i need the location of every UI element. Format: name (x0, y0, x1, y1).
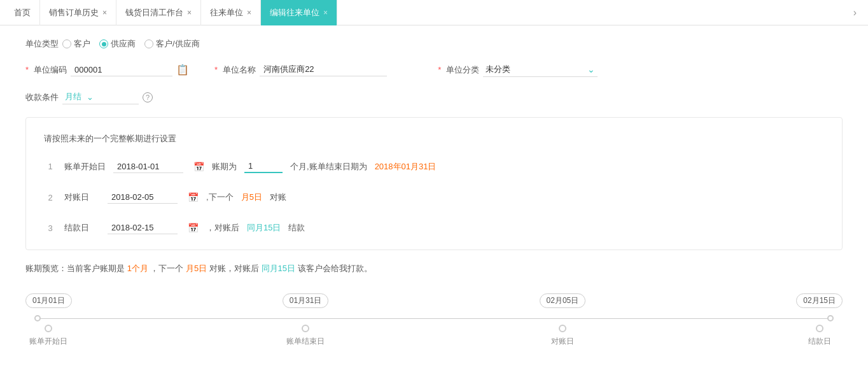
timeline-sublabel-4: 结款日 (808, 336, 831, 347)
timeline-sublabel-3: 对账日 (551, 336, 574, 347)
close-tab-sales-history[interactable]: × (102, 8, 107, 17)
reconcile-day-highlight: 月5日 (241, 192, 262, 203)
period-desc-prefix-1: 账期为 (212, 161, 237, 172)
timeline-label-3: 02月05日 (540, 293, 586, 308)
tab-home[interactable]: 首页 (5, 0, 40, 25)
radio-customer[interactable]: 客户 (62, 38, 90, 50)
unit-type-label: 单位类型 (25, 38, 59, 50)
tab-more-button[interactable]: › (847, 7, 863, 18)
section-title: 请按照未来的一个完整帐期进行设置 (44, 133, 824, 144)
payment-value: 月结 (65, 91, 81, 102)
timeline-label-2: 01月31日 (283, 293, 329, 308)
settle-date-calendar-icon[interactable]: 📅 (188, 223, 199, 233)
tab-cash-work[interactable]: 钱货日清工作台 × (116, 0, 201, 25)
settle-date-input[interactable] (108, 222, 178, 234)
timeline-sublabel-2: 账单结束日 (286, 336, 325, 347)
close-tab-partner[interactable]: × (247, 8, 251, 17)
unit-category-value: 未分类 (486, 64, 587, 75)
period-num-1: 1 (44, 162, 57, 171)
period-num-3: 3 (44, 223, 57, 233)
period-desc-suffix-2: 对账 (270, 192, 286, 203)
unit-type-radio-group: 客户 供应商 客户/供应商 (62, 38, 200, 50)
radio-supplier[interactable]: 供应商 (99, 38, 136, 50)
help-icon[interactable]: ? (143, 92, 153, 102)
unit-type-row: 单位类型 客户 供应商 客户/供应商 (25, 38, 843, 50)
tab-edit-partner[interactable]: 编辑往来单位 × (261, 0, 337, 25)
month-input[interactable] (244, 160, 283, 173)
timeline-dot-4 (816, 325, 823, 332)
start-date-input[interactable] (113, 160, 183, 173)
unit-name-input[interactable] (260, 64, 387, 76)
category-dropdown-icon: ⌄ (587, 64, 595, 74)
timeline-item-1: 01月01日 账单开始日 (25, 293, 72, 347)
unit-code-input[interactable] (71, 64, 172, 76)
unit-code-group: * 单位编码 📋 (25, 64, 189, 76)
timeline-item-3: 02月05日 对账日 (540, 293, 586, 347)
timeline-item-2: 01月31日 账单结束日 (283, 293, 329, 347)
reconcile-date-input[interactable] (108, 191, 178, 204)
tab-sales-history[interactable]: 销售订单历史 × (40, 0, 116, 25)
period-label-reconcile: 对账日 (64, 192, 100, 203)
radio-supplier-circle (99, 39, 108, 48)
payment-dropdown-icon: ⌄ (87, 92, 94, 102)
timeline-sublabel-1: 账单开始日 (29, 336, 67, 347)
preview-day2: 同月15日 (262, 264, 295, 273)
timeline-item-4: 02月15日 结款日 (796, 293, 843, 347)
preview-day1: 月5日 (186, 264, 207, 273)
timeline-label-4: 02月15日 (796, 293, 843, 308)
timeline-items: 01月01日 账单开始日 01月31日 账单结束日 02月05日 对账日 (25, 293, 843, 347)
start-date-calendar-icon[interactable]: 📅 (193, 162, 204, 172)
timeline-dot-1 (45, 325, 52, 332)
unit-category-label: 单位分类 (446, 64, 479, 76)
preview-month: 1个月 (127, 264, 148, 273)
main-content: 单位类型 客户 供应商 客户/供应商 * 单位编码 (0, 25, 868, 387)
end-date-highlight: 2018年01月31日 (375, 161, 437, 172)
payment-group: 收款条件 月结 ⌄ ? (25, 90, 153, 104)
unit-type-group: 单位类型 客户 供应商 客户/供应商 (25, 38, 200, 50)
preview-text: 账期预览：当前客户账期是 1个月 ，下一个 月5日 对账，对账后 同月15日 该… (25, 263, 843, 274)
payment-row: 收款条件 月结 ⌄ ? (25, 90, 843, 104)
payment-select[interactable]: 月结 ⌄ (62, 90, 139, 104)
settle-day-highlight: 同月15日 (247, 222, 281, 234)
period-row-1: 1 账单开始日 📅 账期为 个月,账单结束日期为 2018年01月31日 (44, 160, 824, 173)
period-label-start: 账单开始日 (64, 161, 106, 172)
period-desc-prefix-2: ,下一个 (206, 192, 234, 203)
unit-category-group: * 单位分类 未分类 ⌄ (438, 62, 598, 77)
timeline-dot-3 (559, 325, 566, 332)
tab-partner[interactable]: 往来单位 × (201, 0, 261, 25)
close-tab-cash-work[interactable]: × (187, 8, 192, 17)
unit-code-label: 单位编码 (34, 64, 67, 76)
timeline-dot-2 (302, 325, 309, 332)
period-desc-suffix-1: 个月,账单结束日期为 (290, 161, 367, 172)
timeline: 01月01日 账单开始日 01月31日 账单结束日 02月05日 对账日 (25, 287, 843, 360)
period-row-2: 2 对账日 📅 ,下一个 月5日 对账 (44, 191, 824, 204)
payment-label: 收款条件 (25, 92, 59, 103)
period-num-2: 2 (44, 193, 57, 202)
period-section: 请按照未来的一个完整帐期进行设置 1 账单开始日 📅 账期为 个月,账单结束日期… (25, 117, 843, 250)
close-tab-edit-partner[interactable]: × (323, 8, 328, 17)
timeline-label-1: 01月01日 (25, 293, 72, 308)
reconcile-date-calendar-icon[interactable]: 📅 (188, 192, 199, 202)
radio-customer-supplier-circle (144, 39, 153, 48)
radio-customer-supplier[interactable]: 客户/供应商 (144, 38, 200, 50)
copy-icon[interactable]: 📋 (176, 64, 189, 76)
period-desc-prefix-3: ，对账后 (206, 222, 239, 234)
period-label-settle: 结款日 (64, 222, 100, 234)
radio-customer-circle (62, 39, 71, 48)
period-desc-suffix-3: 结款 (288, 222, 305, 234)
unit-name-label: 单位名称 (223, 64, 256, 76)
unit-category-select[interactable]: 未分类 ⌄ (483, 62, 598, 77)
unit-info-row: * 单位编码 📋 * 单位名称 * 单位分类 未分类 ⌄ (25, 62, 843, 77)
unit-name-group: * 单位名称 (214, 64, 387, 76)
tab-bar: 首页 销售订单历史 × 钱货日清工作台 × 往来单位 × 编辑往来单位 × › (0, 0, 868, 25)
period-row-3: 3 结款日 📅 ，对账后 同月15日 结款 (44, 222, 824, 234)
